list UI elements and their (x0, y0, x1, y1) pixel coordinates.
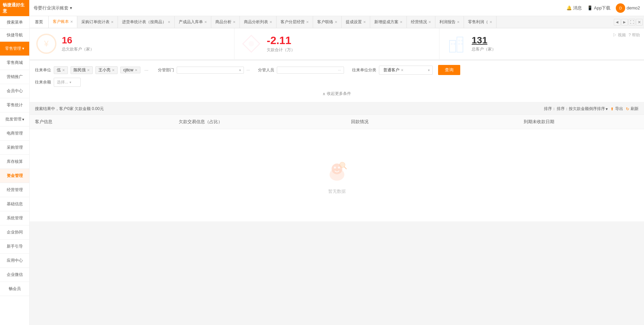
tab-promotion-settings[interactable]: 提成设置 ✕ (342, 16, 370, 28)
filter-tag-wu: 伍 ✕ (54, 66, 68, 74)
tab-goods-analysis-list[interactable]: 商品分析列表 ✕ (240, 16, 276, 28)
stats-row: ¥ 16 总欠款客户（家） -2.11 欠款合计（万 (30, 28, 644, 60)
sidebar-item-wholesale[interactable]: 批发管理▾ (0, 112, 29, 127)
stat-arrears-value: -2.11 (267, 35, 295, 46)
tab-home[interactable]: 首页 (30, 16, 49, 28)
app-download-btn[interactable]: 📱 App下载 (587, 5, 610, 11)
tab-purchase-order[interactable]: 采购订单统计表 ✕ (77, 16, 118, 28)
tab-prev-btn[interactable]: ◀ (614, 19, 620, 26)
tab-close-purchase-order[interactable]: ✕ (111, 20, 114, 24)
tab-close-new-promotion[interactable]: ✕ (400, 20, 402, 24)
svg-rect-11 (461, 43, 463, 45)
sidebar-item-vip[interactable]: 畅会员 (0, 282, 29, 296)
sidebar-item-system[interactable]: 系统管理 (0, 211, 29, 225)
search-results-bar: 搜索结果中，客户0家 欠款金额 0.00元 排序： 排序：按欠款金额倒序排序 ▾… (30, 103, 644, 115)
sidebar-item-newbie[interactable]: 新手引导 (0, 240, 29, 254)
filter-tag-close-wang[interactable]: ✕ (112, 68, 115, 72)
tab-close-operation-status[interactable]: ✕ (428, 20, 431, 24)
filter-collapse-btn[interactable]: ∧ 收起更多条件 (35, 89, 639, 98)
tab-close-inbound-stat[interactable]: ✕ (168, 20, 170, 24)
tab-cost-inbound[interactable]: 产成品入库单 ✕ (175, 16, 211, 28)
tab-close-customer-balance[interactable]: ✕ (70, 20, 73, 24)
tab-next-btn[interactable]: ▶ (621, 19, 628, 26)
diamond-star-icon (241, 34, 261, 54)
sidebar-item-inventory[interactable]: 库存核算 (0, 155, 29, 169)
chevron-dept-icon: ▾ (239, 68, 241, 72)
tab-close-cost-inbound[interactable]: ✕ (204, 20, 207, 24)
page-content: ¥ 16 总欠款客户（家） -2.11 欠款合计（万 (30, 28, 644, 325)
svg-point-14 (334, 167, 336, 169)
tab-close-goods-analysis-list[interactable]: ✕ (269, 20, 272, 24)
tab-customer-segment[interactable]: 客户分层经营 ✕ (276, 16, 313, 28)
tab-close-promotion-settings[interactable]: ✕ (363, 20, 366, 24)
sidebar-item-app[interactable]: 应用中心 (0, 254, 29, 268)
sidebar-item-enterprise[interactable]: 企业协同 (0, 225, 29, 240)
sidebar-item-marketing[interactable]: 营销推广 (0, 70, 29, 84)
chevron-sort-icon: ▾ (606, 107, 608, 111)
sidebar-item-operation[interactable]: 经营管理 (0, 183, 29, 197)
tab-profit-report[interactable]: 利润报告 ✕ (435, 16, 464, 28)
table-container: 客户信息 欠款交易信息（占比） 回款情况 到期未收款日期 (30, 115, 644, 221)
filter-more-tags[interactable]: ··· (143, 67, 150, 73)
tab-close-goods-analysis[interactable]: ✕ (233, 20, 235, 24)
filter-unit-class-select[interactable]: 普通客户 ✕ ▾ (379, 66, 433, 75)
filter-tag-close-wu[interactable]: ✕ (62, 68, 65, 72)
messages-btn[interactable]: 🔔 消息 (566, 5, 582, 11)
tab-close-customer-contact[interactable]: ✕ (335, 20, 337, 24)
tab-expand-btn[interactable]: ⛶ (629, 19, 635, 26)
stat-total-customers: ▷ 视频 ? 帮助 131 (439, 28, 644, 59)
sidebar-item-purchase[interactable]: 采购管理 (0, 141, 29, 155)
avatar: D (616, 3, 625, 13)
sidebar-quick-nav[interactable]: 快捷导航 (0, 29, 29, 42)
tab-customer-balance[interactable]: 客户账本 ✕ (49, 16, 77, 28)
filter-amount-input[interactable]: 选择... ▾ (54, 78, 81, 87)
filter-tag-close-chen[interactable]: ✕ (87, 68, 90, 72)
export-btn[interactable]: ⬆ 导出 (610, 106, 623, 112)
empty-text: 暂无数据 (328, 188, 346, 194)
stat-total-info: 131 总客户（家） (472, 36, 496, 52)
chevron-unit-class-icon: ▾ (428, 68, 430, 72)
tab-close-all-btn[interactable]: ✕ (636, 19, 643, 26)
tab-new-promotion[interactable]: 新增提成方案 ✕ (370, 16, 407, 28)
tab-operation-status[interactable]: 经营情况 ✕ (407, 16, 435, 28)
query-button[interactable]: 查询 (438, 65, 460, 75)
sidebar-item-basic[interactable]: 基础信息 (0, 197, 29, 211)
filter-row-2: 往来余额 选择... ▾ (35, 78, 639, 87)
refresh-btn[interactable]: ↻ 刷新 (626, 106, 639, 112)
filter-tag-close-cjttcw[interactable]: ✕ (135, 68, 137, 72)
filter-tag-normal-customer: 普通客户 ✕ (382, 67, 405, 73)
stat-credit-info: 16 总欠款客户（家） (62, 36, 94, 52)
video-btn[interactable]: ▷ 视频 (613, 32, 626, 38)
stat-total-value: 131 (472, 36, 496, 45)
help-btn[interactable]: ? 帮助 (629, 32, 640, 38)
tab-goods-analysis[interactable]: 商品分析 ✕ (211, 16, 240, 28)
filter-area: 往来单位 伍 ✕ 陈民强 ✕ 王小亮 ✕ cjttcw ✕ ··· (30, 61, 644, 102)
tab-inbound-stat[interactable]: 进货单统计表（按商品） ✕ (118, 16, 175, 28)
sidebar-item-retail-mgmt[interactable]: 零售管理 ▾ (0, 42, 29, 56)
sidebar-item-member[interactable]: 会员中心 (0, 84, 29, 98)
tab-close-customer-segment[interactable]: ✕ (306, 20, 309, 24)
tabbar-navigation: ◀ ▶ ⛶ ✕ (612, 19, 644, 26)
tab-close-retail-profit[interactable]: ✕ (489, 20, 492, 24)
user-profile[interactable]: D demo2 (616, 3, 640, 13)
th-arrears-info: 欠款交易信息（占比） (179, 119, 351, 125)
tab-close-profit-report[interactable]: ✕ (457, 20, 460, 24)
sidebar-item-retail-mall[interactable]: 零售商城 (0, 56, 29, 70)
filter-person-select[interactable]: ··· (277, 67, 344, 74)
sidebar-item-ecommerce[interactable]: 电商管理 (0, 127, 29, 141)
filter-unit-class-label: 往来单位分类 (352, 67, 376, 73)
account-switcher[interactable]: 母婴行业演示账套 ▾ (34, 5, 72, 11)
filter-dept-more[interactable]: ··· (247, 68, 250, 72)
tab-customer-contact[interactable]: 客户联络 ✕ (313, 16, 342, 28)
sidebar-item-retail-stat[interactable]: 零售统计 (0, 98, 29, 112)
sort-btn[interactable]: 排序： 排序：按欠款金额倒序排序 ▾ (544, 106, 608, 112)
sidebar-item-wechat[interactable]: 企业微信 (0, 268, 29, 282)
filter-person-label: 分管人员 (258, 67, 274, 73)
svg-rect-9 (461, 40, 463, 41)
tab-retail-profit[interactable]: 零售利润（ ✕ (464, 16, 497, 28)
sidebar-search[interactable]: 搜索菜单 (0, 16, 29, 29)
sidebar-logo: 畅捷通好生意 (0, 0, 29, 16)
sidebar-item-capital[interactable]: 资金管理 (0, 169, 29, 183)
filter-dept-select[interactable]: ▾ (177, 67, 244, 74)
filter-tag-close-normal-customer[interactable]: ✕ (401, 68, 403, 72)
